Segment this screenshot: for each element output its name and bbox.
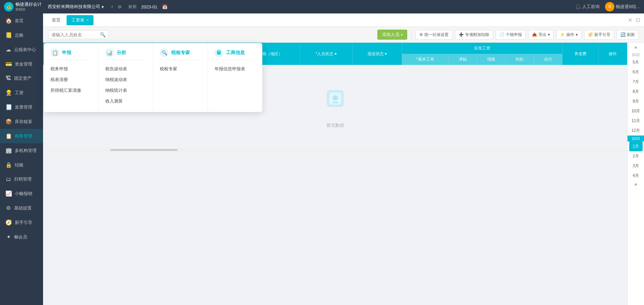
menu-item-annual-report[interactable]: 年报信息申报表 (215, 64, 256, 74)
sidebar-item-fund[interactable]: 💳资金管理 (0, 57, 43, 71)
tax-declare-btn[interactable]: 📄 个税申报 (496, 30, 526, 40)
sidebar-item-archive[interactable]: 🗂归档管理 (0, 172, 43, 186)
report-status-header: 报送状态 ▾ (352, 43, 402, 65)
prev-year-group: 2022 5月6月7月8月9月10月11月12月 (628, 51, 644, 136)
menu-item-income-calc[interactable]: 收入测算 (105, 96, 146, 107)
base-salary-header: *基本工资 (402, 54, 449, 65)
add-employee-button[interactable]: 添加人员 ▾ (377, 30, 407, 40)
salary-icon: 👷 (5, 89, 12, 96)
avatar: B (605, 2, 614, 11)
sidebar-item-salary[interactable]: 👷工资 (0, 85, 43, 100)
declare-section-icon: 📋 (50, 48, 59, 57)
cal-month-prev-6月[interactable]: 6月 (629, 67, 643, 77)
sidebar-item-close[interactable]: 🔒结账 (0, 158, 43, 172)
window-close-icon[interactable]: ✕ (628, 17, 632, 23)
service-btn[interactable]: 🎧 人工咨询 (575, 4, 600, 10)
horizontal-scrollbar[interactable] (43, 149, 627, 151)
sidebar-label-archive: 归档管理 (14, 176, 32, 182)
special-deduction-btn[interactable]: ➕ 专项附加扣除 (455, 30, 493, 40)
menu-item-tax-stat[interactable]: 纳税统计表 (105, 85, 146, 96)
vip-icon: ✦ (5, 234, 11, 240)
refresh-btn[interactable]: 🔄 刷新 (617, 30, 639, 40)
sidebar-label-close: 结账 (15, 162, 24, 168)
menu-col-business: 🏛工商信息年报信息申报表 (208, 43, 263, 112)
menu-item-tax-payment[interactable]: 纳税波动表 (105, 74, 146, 85)
sidebar-item-assets[interactable]: 🏗固定资产 (0, 71, 43, 85)
export-btn[interactable]: 📤 导出 ▾ (528, 30, 554, 40)
top-bar: 💰 畅捷通好会计 旗舰版 西安虾米网络科技有限公司 ▾ ＋ ⚙ 账期 2023-… (0, 0, 644, 13)
cal-month-curr-3月[interactable]: 3月 (629, 161, 643, 171)
headset-icon: 🎧 (575, 4, 581, 9)
settings-icon[interactable]: ⚙ (118, 4, 122, 9)
status-header: *人员状态 ▾ (300, 43, 352, 65)
sidebar-item-report[interactable]: 📈小畅报销 (0, 186, 43, 201)
close-icon: 🔒 (5, 162, 12, 168)
chevron-down-icon[interactable]: ▾ (102, 4, 104, 9)
sidebar-item-vip[interactable]: ✦畅会员 (0, 230, 43, 244)
guide-btn[interactable]: 🧭 新手引导 (584, 30, 614, 40)
menu-col-analysis: 📊分析税负波动表纳税波动表纳税统计表收入测算 (99, 43, 153, 112)
cal-month-prev-9月[interactable]: 9月 (629, 97, 643, 106)
sidebar-label-guide: 新手引导 (15, 220, 32, 226)
sidebar-label-salary: 工资 (15, 90, 24, 96)
cal-month-prev-5月[interactable]: 5月 (629, 58, 643, 67)
sidebar-item-home[interactable]: 🏠首页 (0, 13, 43, 28)
cal-month-prev-10月[interactable]: 10月 (629, 106, 643, 116)
menu-item-income-clear[interactable]: 所得税汇算清缴 (50, 85, 91, 96)
window-minimize-icon[interactable]: ⊡ (636, 17, 640, 23)
curr-year-group: 2023 1月2月3月4月 (628, 136, 644, 181)
sidebar-label-tax: 税务管理 (15, 133, 32, 139)
sidebar-item-ledger[interactable]: 📒总账 (0, 28, 43, 42)
sidebar-item-guide[interactable]: 🧭新手引导 (0, 215, 43, 230)
cal-month-prev-11月[interactable]: 11月 (629, 116, 643, 126)
sidebar-label-multi-org: 多机构管理 (15, 148, 37, 154)
search-input[interactable] (51, 32, 99, 37)
company-selector[interactable]: 西安虾米网络科技有限公司 ▾ (45, 2, 107, 11)
tab-salary[interactable]: 工资表 × (67, 15, 93, 25)
cal-month-prev-8月[interactable]: 8月 (629, 87, 643, 97)
service-label: 人工咨询 (582, 4, 600, 10)
menu-col-title-analysis: 分析 (117, 50, 126, 56)
cal-month-prev-12月[interactable]: 12月 (629, 126, 643, 136)
period-value: 2023-01 (141, 4, 157, 9)
cal-month-curr-1月[interactable]: 1月 (629, 142, 643, 151)
operate-label: 操作 (566, 32, 574, 38)
calendar-icon[interactable]: 📅 (162, 4, 167, 9)
deduction-header: 扣款 (505, 54, 534, 65)
operate-btn[interactable]: ⚡ 操作 ▾ (556, 30, 581, 40)
menu-item-tax-expert[interactable]: 税检专家 (160, 64, 201, 74)
cal-month-prev-7月[interactable]: 7月 (629, 77, 643, 87)
user-btn[interactable]: B 畅捷通B组... (605, 2, 640, 11)
scrollbar-thumb[interactable] (110, 149, 178, 151)
add-company-icon[interactable]: ＋ (110, 4, 114, 10)
add-btn-label: 添加人员 (382, 32, 400, 38)
sidebar-item-multi-org[interactable]: 🏢多机构管理 (0, 143, 43, 158)
cal-month-curr-4月[interactable]: 4月 (629, 171, 643, 181)
sidebar-item-inventory[interactable]: 📦库存核算 (0, 114, 43, 129)
social-insurance-btn[interactable]: ⚙ 统一社保设置 (416, 30, 452, 40)
cal-prev-btn[interactable]: ▲ (634, 44, 638, 49)
svg-rect-3 (333, 102, 338, 103)
sidebar-item-invoice[interactable]: 🧾发票管理 (0, 100, 43, 114)
empty-text: 暂无数据 (327, 122, 344, 128)
sidebar-item-tax[interactable]: 📋税务管理 (0, 129, 43, 143)
period-label: 账期 (128, 4, 137, 10)
subsidy-header: 津贴 (449, 54, 477, 65)
refresh-label: 刷新 (627, 32, 635, 38)
special-icon: ➕ (459, 32, 464, 37)
tab-home[interactable]: 首页 (47, 15, 65, 25)
menu-item-tax-table[interactable]: 税表清册 (50, 74, 91, 85)
tab-close-icon[interactable]: × (86, 18, 89, 23)
menu-col-expert: 🔍税检专家税检专家 (153, 43, 208, 112)
cal-next-btn[interactable]: ▼ (634, 182, 638, 187)
sidebar-item-basic[interactable]: ⚙基础设置 (0, 201, 43, 215)
operate-arrow: ▾ (576, 32, 578, 37)
menu-col-declare: 📋申报税务申报税表清册所得税汇算清缴 (44, 43, 99, 112)
menu-item-tax-declare[interactable]: 税务申报 (50, 64, 91, 74)
cloud-icon: ☁ (5, 46, 11, 53)
sidebar-item-cloud[interactable]: ☁云报表中心 (0, 42, 43, 57)
cal-nav-up: ▲ (634, 43, 638, 51)
menu-item-tax-burden[interactable]: 税负波动表 (105, 64, 146, 74)
search-icon: 🔍 (100, 32, 106, 37)
cal-month-curr-2月[interactable]: 2月 (629, 151, 643, 161)
